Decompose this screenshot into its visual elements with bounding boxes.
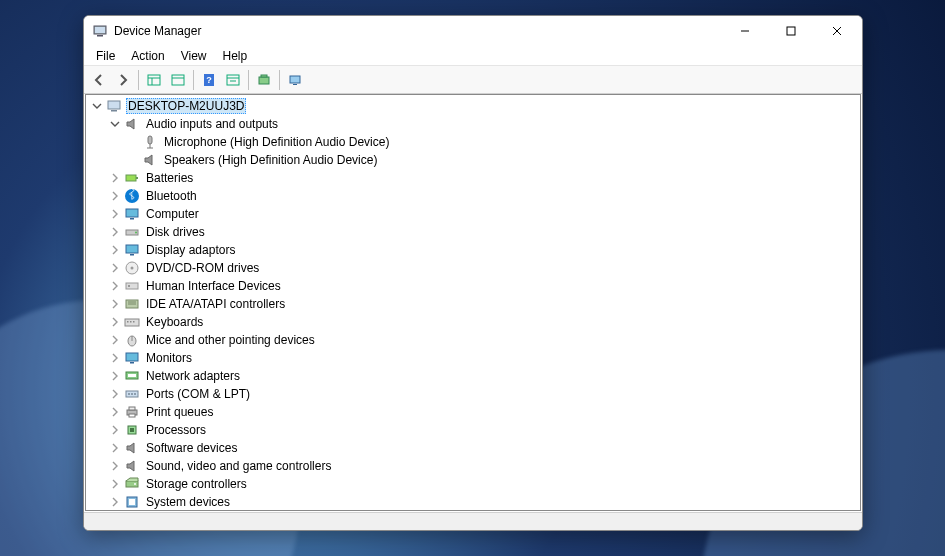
menu-action[interactable]: Action (123, 47, 172, 65)
app-icon (92, 23, 108, 39)
expand-icon[interactable] (108, 441, 122, 455)
svg-rect-34 (130, 254, 134, 256)
svg-rect-27 (136, 177, 138, 179)
svg-text:?: ? (206, 75, 212, 85)
tree-category[interactable]: Software devices (90, 439, 860, 457)
svg-rect-64 (129, 499, 135, 505)
tree-category[interactable]: Monitors (90, 349, 860, 367)
tree-category[interactable]: Computer (90, 205, 860, 223)
expand-icon[interactable] (108, 261, 122, 275)
tree-category[interactable]: Audio inputs and outputs (90, 115, 860, 133)
disk-icon (124, 224, 140, 240)
expand-icon[interactable] (108, 477, 122, 491)
svg-rect-7 (148, 75, 160, 85)
tree-category[interactable]: DVD/CD-ROM drives (90, 259, 860, 277)
svg-rect-10 (172, 75, 184, 85)
speaker-icon (124, 116, 140, 132)
help-button[interactable]: ? (198, 69, 220, 91)
titlebar[interactable]: Device Manager (84, 16, 862, 46)
tree-category-label: Audio inputs and outputs (144, 117, 280, 131)
toolbar-separator (248, 70, 249, 90)
menu-file[interactable]: File (88, 47, 123, 65)
monitor-icon (124, 242, 140, 258)
expand-icon[interactable] (108, 207, 122, 221)
expand-icon[interactable] (108, 405, 122, 419)
close-button[interactable] (814, 16, 860, 46)
expand-icon[interactable] (108, 369, 122, 383)
tree-category[interactable]: Keyboards (90, 313, 860, 331)
tree-category[interactable]: Network adapters (90, 367, 860, 385)
tree-category[interactable]: Processors (90, 421, 860, 439)
speaker-icon (124, 440, 140, 456)
tree-device[interactable]: Microphone (High Definition Audio Device… (90, 133, 860, 151)
toolbar-separator (279, 70, 280, 90)
svg-rect-21 (108, 101, 120, 109)
tree-category[interactable]: Storage controllers (90, 475, 860, 493)
expand-icon[interactable] (108, 297, 122, 311)
collapse-icon[interactable] (90, 99, 104, 113)
system-icon (124, 494, 140, 510)
back-button[interactable] (88, 69, 110, 91)
svg-rect-22 (111, 110, 117, 112)
expand-icon[interactable] (108, 243, 122, 257)
expand-icon[interactable] (108, 387, 122, 401)
action-button[interactable] (222, 69, 244, 91)
svg-point-36 (131, 267, 134, 270)
tree-category[interactable]: Human Interface Devices (90, 277, 860, 295)
tree-category-label: Bluetooth (144, 189, 199, 203)
expand-icon[interactable] (108, 351, 122, 365)
tree-device-label: Speakers (High Definition Audio Device) (162, 153, 379, 167)
tree-category-label: Print queues (144, 405, 215, 419)
svg-rect-57 (129, 407, 135, 410)
expand-icon[interactable] (108, 279, 122, 293)
show-hide-console-tree-button[interactable] (143, 69, 165, 91)
properties-button[interactable] (167, 69, 189, 91)
expand-icon[interactable] (108, 459, 122, 473)
forward-button[interactable] (112, 69, 134, 91)
tree-category-label: Disk drives (144, 225, 207, 239)
expand-icon[interactable] (108, 495, 122, 509)
svg-rect-23 (148, 136, 152, 144)
scan-hardware-button[interactable] (253, 69, 275, 91)
tree-category[interactable]: Mice and other pointing devices (90, 331, 860, 349)
tree-category[interactable]: Print queues (90, 403, 860, 421)
maximize-button[interactable] (768, 16, 814, 46)
tree-category[interactable]: Disk drives (90, 223, 860, 241)
tree-category[interactable]: Bluetooth (90, 187, 860, 205)
menu-help[interactable]: Help (215, 47, 256, 65)
svg-point-32 (135, 232, 137, 234)
svg-point-53 (128, 393, 130, 395)
tree-category[interactable]: Sound, video and game controllers (90, 457, 860, 475)
svg-rect-29 (126, 209, 138, 217)
svg-rect-20 (293, 84, 297, 85)
add-legacy-hardware-button[interactable] (284, 69, 306, 91)
svg-rect-37 (126, 283, 138, 289)
tree-device[interactable]: Speakers (High Definition Audio Device) (90, 151, 860, 169)
tree-root[interactable]: DESKTOP-M2UUJ3D (90, 97, 860, 115)
tree-category[interactable]: Batteries (90, 169, 860, 187)
status-bar (84, 512, 862, 530)
expand-icon[interactable] (108, 333, 122, 347)
device-tree[interactable]: DESKTOP-M2UUJ3DAudio inputs and outputsM… (86, 95, 860, 510)
toolbar: ? (84, 66, 862, 94)
tree-category-label: Network adapters (144, 369, 242, 383)
menu-view[interactable]: View (173, 47, 215, 65)
tree-category[interactable]: IDE ATA/ATAPI controllers (90, 295, 860, 313)
expand-icon[interactable] (108, 189, 122, 203)
tree-category[interactable]: Ports (COM & LPT) (90, 385, 860, 403)
computer-icon (106, 98, 122, 114)
cd-icon (124, 260, 140, 276)
tree-category[interactable]: Display adaptors (90, 241, 860, 259)
tree-category-label: Monitors (144, 351, 194, 365)
hid-icon (124, 278, 140, 294)
printer-icon (124, 404, 140, 420)
keyboard-icon (124, 314, 140, 330)
expand-icon[interactable] (108, 225, 122, 239)
tree-category[interactable]: System devices (90, 493, 860, 510)
expand-icon[interactable] (108, 315, 122, 329)
tree-category-label: DVD/CD-ROM drives (144, 261, 261, 275)
expand-icon[interactable] (108, 171, 122, 185)
minimize-button[interactable] (722, 16, 768, 46)
collapse-icon[interactable] (108, 117, 122, 131)
expand-icon[interactable] (108, 423, 122, 437)
